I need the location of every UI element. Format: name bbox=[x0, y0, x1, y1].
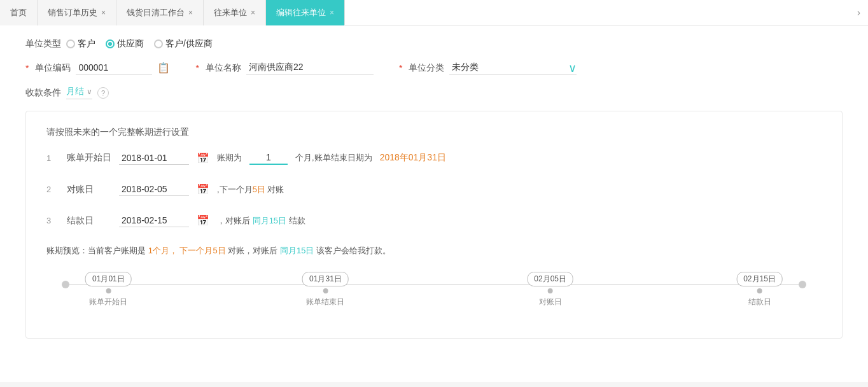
timeline-line bbox=[66, 285, 802, 285]
row-2-date-input[interactable] bbox=[119, 183, 189, 196]
node-1-dot bbox=[106, 288, 111, 293]
main-content: 单位类型 客户 供应商 客户/供应商 * 单位编码 bbox=[0, 25, 868, 382]
unit-name-group: * 单位名称 bbox=[195, 61, 373, 74]
payment-condition-arrow-icon: ∨ bbox=[87, 87, 92, 96]
tab-edit-partner-label: 编辑往来单位 bbox=[276, 7, 326, 18]
row-3-desc: ，对账后 同月15日 结款 bbox=[217, 215, 305, 227]
node-4-dot bbox=[757, 288, 762, 293]
timeline-node-1: 01月01日 账单开始日 bbox=[85, 272, 132, 307]
tab-home[interactable]: 首页 bbox=[0, 0, 38, 25]
unit-code-icon[interactable]: 📋 bbox=[157, 62, 170, 74]
unit-type-row: 单位类型 客户 供应商 客户/供应商 bbox=[25, 38, 843, 50]
row-2-label: 对账日 bbox=[67, 184, 111, 195]
unit-code-input[interactable] bbox=[76, 61, 152, 74]
tab-edit-partner-close[interactable]: × bbox=[330, 8, 334, 17]
preview-payment: 同月15日 bbox=[280, 246, 314, 255]
timeline-node-2: 01月31日 账单结束日 bbox=[302, 272, 349, 307]
row-1-highlight-date: 2018年01月31日 bbox=[380, 152, 446, 164]
radio-supplier[interactable]: 供应商 bbox=[106, 38, 144, 50]
radio-customer-circle bbox=[66, 39, 75, 48]
tab-partners[interactable]: 往来单位 × bbox=[204, 0, 266, 25]
unit-type-radio-group: 客户 供应商 客户/供应商 bbox=[66, 38, 213, 50]
unit-type-label: 单位类型 bbox=[25, 38, 61, 50]
unit-code-group: * 单位编码 📋 bbox=[25, 61, 170, 74]
node-3-dot bbox=[548, 288, 553, 293]
payment-condition-dropdown[interactable]: 月结 ∨ bbox=[66, 86, 92, 99]
row-1-num: 1 bbox=[46, 153, 59, 163]
help-icon[interactable]: ? bbox=[97, 87, 109, 99]
preview-period: 1个月， bbox=[148, 246, 178, 255]
timeline-start-dot bbox=[62, 281, 69, 288]
row-1-date-input[interactable] bbox=[119, 151, 189, 165]
row-1-calendar-icon[interactable]: 📅 bbox=[197, 152, 209, 164]
row-3-calendar-icon[interactable]: 📅 bbox=[197, 215, 209, 227]
node-1-bubble: 01月01日 bbox=[85, 272, 132, 286]
unit-category-select-wrapper: ∨ bbox=[449, 61, 577, 74]
node-3-bubble: 02月05日 bbox=[527, 272, 573, 286]
tab-home-label: 首页 bbox=[10, 7, 27, 18]
row-1-label: 账单开始日 bbox=[67, 152, 111, 164]
tab-partners-close[interactable]: × bbox=[251, 8, 255, 17]
preview-reconcile: 下一个月5日 bbox=[179, 246, 225, 255]
unit-name-label: 单位名称 bbox=[206, 62, 241, 74]
node-2-bubble: 01月31日 bbox=[302, 272, 349, 286]
unit-code-label: 单位编码 bbox=[35, 62, 71, 74]
tab-sales-history-label: 销售订单历史 bbox=[48, 7, 97, 18]
tab-cash-work[interactable]: 钱货日清工作台 × bbox=[116, 0, 204, 25]
row-1-unit: 个月,账单结束日期为 bbox=[295, 152, 372, 164]
radio-customer[interactable]: 客户 bbox=[66, 38, 95, 50]
preview-text: 账期预览：当前客户账期是 1个月， 下一个月5日 对账，对账后 同月15日 该客… bbox=[46, 245, 822, 257]
unit-category-input[interactable] bbox=[449, 61, 577, 74]
payment-condition-label: 收款条件 bbox=[25, 87, 61, 99]
config-row-2: 2 对账日 📅 ,下一个月5日 对账 bbox=[46, 183, 822, 196]
row-3-num: 3 bbox=[46, 216, 59, 225]
radio-supplier-label: 供应商 bbox=[117, 38, 144, 50]
radio-both[interactable]: 客户/供应商 bbox=[154, 38, 213, 50]
tab-edit-partner[interactable]: 编辑往来单位 × bbox=[266, 0, 345, 25]
tab-sales-history-close[interactable]: × bbox=[101, 8, 106, 17]
row-2-num: 2 bbox=[46, 185, 59, 194]
radio-supplier-circle bbox=[106, 39, 115, 48]
timeline: 01月01日 账单开始日 01月31日 账单结束日 02月05日 对账日 02月… bbox=[46, 272, 822, 323]
row-3-highlight: 同月15日 bbox=[253, 216, 286, 225]
row-2-desc: ,下一个月5日 对账 bbox=[217, 184, 284, 195]
config-row-1: 1 账单开始日 📅 账期为 个月,账单结束日期为 2018年01月31日 bbox=[46, 151, 822, 165]
preview-label: 账期预览：当前客户账期是 bbox=[46, 246, 146, 255]
tab-sales-history[interactable]: 销售订单历史 × bbox=[38, 0, 116, 25]
tabs-bar: 首页 销售订单历史 × 钱货日清工作台 × 往来单位 × 编辑往来单位 × › bbox=[0, 0, 868, 25]
tab-more-button[interactable]: › bbox=[850, 7, 868, 18]
unit-code-required: * bbox=[25, 63, 29, 73]
unit-type-group: 单位类型 客户 供应商 客户/供应商 bbox=[25, 38, 213, 50]
node-2-label: 账单结束日 bbox=[306, 297, 344, 307]
node-4-label: 结款日 bbox=[748, 297, 771, 307]
node-2-dot bbox=[323, 288, 328, 293]
row-3-date-input[interactable] bbox=[119, 214, 189, 227]
unit-name-input[interactable] bbox=[246, 61, 374, 74]
panel-title: 请按照未来的一个完整帐期进行设置 bbox=[46, 127, 822, 138]
config-row-3: 3 结款日 📅 ，对账后 同月15日 结款 bbox=[46, 214, 822, 227]
unit-info-row: * 单位编码 📋 * 单位名称 * 单位分类 ∨ bbox=[25, 61, 843, 74]
tab-cash-work-close[interactable]: × bbox=[188, 8, 193, 17]
unit-category-label: 单位分类 bbox=[409, 62, 444, 74]
preview-mid: 对账，对账后 bbox=[228, 246, 277, 255]
node-3-label: 对账日 bbox=[539, 297, 562, 307]
tab-partners-label: 往来单位 bbox=[214, 7, 247, 18]
payment-condition-row: 收款条件 月结 ∨ ? bbox=[25, 86, 843, 99]
radio-both-circle bbox=[154, 39, 163, 48]
radio-both-label: 客户/供应商 bbox=[165, 38, 213, 50]
config-panel: 请按照未来的一个完整帐期进行设置 1 账单开始日 📅 账期为 个月,账单结束日期… bbox=[25, 111, 843, 339]
unit-name-required: * bbox=[195, 63, 199, 73]
payment-condition-group: 收款条件 月结 ∨ ? bbox=[25, 86, 109, 99]
unit-category-required: * bbox=[399, 63, 402, 73]
row-1-desc-before: 账期为 bbox=[217, 152, 242, 164]
node-1-label: 账单开始日 bbox=[89, 297, 127, 307]
payment-condition-value: 月结 bbox=[66, 86, 84, 97]
timeline-node-4: 02月15日 结款日 bbox=[736, 272, 783, 307]
row-2-calendar-icon[interactable]: 📅 bbox=[197, 183, 209, 195]
period-value-input[interactable] bbox=[249, 151, 288, 165]
node-4-bubble: 02月15日 bbox=[736, 272, 783, 286]
unit-category-group: * 单位分类 ∨ bbox=[399, 61, 577, 74]
radio-customer-label: 客户 bbox=[78, 38, 95, 50]
row-3-label: 结款日 bbox=[67, 215, 111, 227]
row-2-highlight: 5日 bbox=[253, 185, 265, 194]
